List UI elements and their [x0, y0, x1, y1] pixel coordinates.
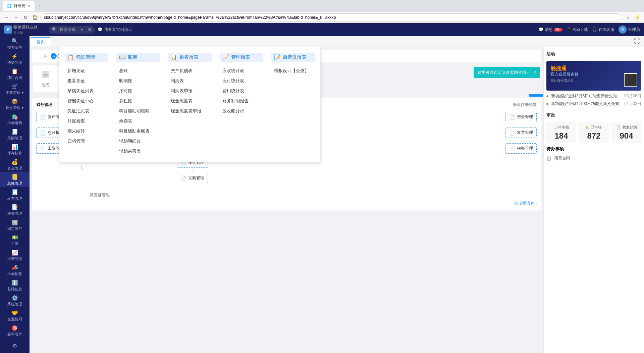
sidebar-item-assets[interactable]: 🏢 固定资产	[0, 217, 30, 233]
invoice-icon: 🧾	[11, 189, 18, 195]
menu-item-receivable-analysis[interactable]: 应收账分析	[220, 106, 263, 116]
menu-item-period-end[interactable]: 期末结转	[65, 126, 108, 136]
flow-box-invoice-mgmt[interactable]: 📄 发票管理	[505, 128, 537, 138]
activity-date-1: 03月06日	[624, 93, 641, 99]
sidebar-item-retail[interactable]: 🛒 零售管理 ▾	[0, 82, 30, 97]
sidebar-item-finance[interactable]: 💰 资金管理	[0, 157, 30, 172]
sidebar-item-salary[interactable]: 💵 工资	[0, 233, 30, 248]
menu-item-new-voucher[interactable]: 新增凭证	[65, 66, 108, 76]
menu-item-income-statement[interactable]: 利润表	[168, 76, 212, 86]
menu-item-receivable-stat[interactable]: 应收统计表	[220, 66, 263, 76]
menu-item-expense-stat[interactable]: 费用统计表	[220, 86, 263, 96]
menu-item-template-design[interactable]: 模板设计【公测】	[271, 66, 315, 76]
menu-item-balance[interactable]: 余额表	[116, 116, 160, 126]
menu-item-time-ledger[interactable]: 序时账	[116, 86, 160, 96]
step-arrow-1: ▶	[44, 54, 47, 58]
sidebar-item-management[interactable]: 📈 经营管理	[0, 248, 30, 263]
activity-dot-2	[546, 103, 548, 105]
todo-item-project[interactable]: 📋 项目合同	[546, 154, 641, 162]
tooltip-close-button[interactable]: ×	[534, 70, 536, 75]
sidebar-item-collab[interactable]: 🤝 企业协同	[0, 308, 30, 323]
flow-box-tax-mgmt[interactable]: 📄 税务管理	[505, 143, 537, 154]
content-area: 首页 ⛶ ... ▶ 6 完善期初 ✓	[30, 36, 644, 353]
bookmark-button[interactable]: ☆	[624, 13, 632, 21]
sidebar-item-wholesale[interactable]: 📦 批发管理 ▾	[0, 97, 30, 112]
approval-card-approved[interactable]: ☑ 已审核 872	[579, 122, 609, 143]
flow-box-purchase[interactable]: 📄 采购管理	[177, 173, 208, 183]
forward-button[interactable]: →	[12, 13, 20, 21]
home-button[interactable]: 🏠	[31, 13, 39, 21]
menu-item-payable-stat[interactable]: 应付统计表	[220, 76, 263, 86]
approval-cards: ☐ 待审核 184 ☑ 已审核 872	[546, 122, 641, 143]
sidebar-item-tax[interactable]: 📑 税务管理	[0, 202, 30, 217]
menu-item-general-ledger[interactable]: 总账	[116, 66, 160, 76]
activity-date-2: 04月03日	[624, 101, 641, 107]
finance-header-icon: 📊	[171, 54, 177, 60]
user-avatar[interactable]: 管 管理员	[619, 26, 640, 34]
extensions-button[interactable]: ⚡	[633, 13, 641, 21]
menu-item-smart-voucher[interactable]: 智能凭证中心	[65, 96, 108, 106]
maximize-button[interactable]: ⛶	[631, 38, 643, 45]
fund-column: 📄 资金管理 📄 发票管理 📄 税务管理	[505, 112, 537, 154]
icon-card-1[interactable]: Icon 暂无	[32, 65, 59, 92]
side-quick-panel[interactable]: 首页设置	[529, 94, 543, 97]
flow-set-link[interactable]: 去设置流程 ›	[514, 201, 537, 206]
menu-item-multi-column[interactable]: 多栏账	[116, 96, 160, 106]
address-bar[interactable]	[40, 13, 621, 21]
sidebar-item-inventory[interactable]: 📊 库存核算	[0, 142, 30, 157]
activity-item-1[interactable]: 新功能|好业财3月6日功能更新抢先知 03月06日	[546, 93, 641, 99]
menu-item-voucher-summary[interactable]: 凭证汇总表	[65, 106, 108, 116]
app-download-button[interactable]: 📱 App下载	[567, 27, 588, 33]
menu-item-detailed-ledger[interactable]: 明细账	[116, 76, 160, 86]
sidebar-item-invoice[interactable]: 🧾 发票管理	[0, 187, 30, 202]
approval-card-pending[interactable]: ☐ 待审核 184	[546, 122, 576, 143]
tab-home[interactable]: 首页	[31, 37, 50, 46]
reload-button[interactable]: ↻	[21, 13, 30, 21]
tab-close-button[interactable]: ✕	[28, 4, 31, 8]
approval-card-initiated[interactable]: 📋 我发起的 904	[611, 122, 641, 143]
menu-item-cashflow[interactable]: 现金流量表	[168, 96, 212, 106]
back-button[interactable]: ←	[3, 13, 11, 21]
browser-tab[interactable]: 🌐 好业财 ✕	[3, 1, 35, 11]
voucher-title: 凭证管理	[76, 54, 95, 60]
sidebar-item-quick-nav[interactable]: ⚡ 快捷导航	[0, 51, 30, 66]
menu-item-draft-voucher[interactable]: 草稿凭证列表	[65, 86, 108, 96]
menu-item-aux-balance[interactable]: 辅助余额表	[116, 146, 160, 156]
flow-box-fund-mgmt[interactable]: 📄 资金管理	[505, 112, 537, 122]
icon-img-1: Icon	[41, 70, 50, 81]
menu-item-income-quarterly[interactable]: 利润表季报	[168, 86, 212, 96]
menu-item-reconcile[interactable]: 对账检查	[65, 116, 108, 126]
new-tab-button[interactable]: +	[36, 2, 44, 10]
menu-item-subject-balance[interactable]: 科目辅助余额表	[116, 126, 160, 136]
menu-item-balance-sheet[interactable]: 资产负债表	[168, 66, 212, 76]
activity-text-1: 新功能|好业财3月6日功能更新抢先知	[551, 93, 617, 99]
menu-item-profit-report[interactable]: 财务利润报告	[220, 96, 263, 106]
step-num-6: 6	[51, 53, 57, 59]
sidebar-item-guide[interactable]: 🎯 新手引导	[0, 323, 30, 338]
online-service-button[interactable]: 🎧 在线客服	[592, 27, 614, 33]
avatar: 管	[619, 26, 627, 34]
activity-text-2: 新功能|好业财4月03日功能更新抢先知	[551, 101, 619, 107]
sidebar-item-sales[interactable]: 📣 小畅销售	[0, 263, 30, 278]
message-button[interactable]: 💬 消息 99+	[538, 27, 562, 33]
sidebar-settings-button[interactable]: ⚙	[0, 338, 30, 353]
sidebar-item-search[interactable]: 🔍 搜索菜单	[0, 36, 30, 51]
sidebar-item-ledger[interactable]: 📒 总账管理	[0, 172, 30, 187]
header-search[interactable]: 🔍 搜索菜单 ▼ ⚙	[49, 26, 95, 34]
demo-link[interactable]: 💬 我要看实例演示	[98, 27, 132, 33]
menu-item-archive[interactable]: 归档管理	[65, 136, 108, 146]
menu-item-subject-detail[interactable]: 科目辅助明细账	[116, 106, 160, 116]
menu-item-aux-detail[interactable]: 辅助明细账	[116, 136, 160, 146]
menu-item-view-voucher[interactable]: 查看凭证	[65, 76, 108, 86]
activity-dot-1	[546, 95, 548, 97]
sidebar-item-ecommerce[interactable]: 🛍️ 小畅电商	[0, 112, 30, 127]
menu-item-cashflow-quarterly[interactable]: 现金流量表季报	[168, 106, 212, 116]
sidebar-item-basic-info[interactable]: ℹ️ 基础信息	[0, 278, 30, 293]
tax-mgmt-label: 税务管理	[517, 146, 533, 151]
step-label: ...	[38, 54, 41, 58]
ecommerce-icon: 🛍️	[11, 113, 18, 120]
sidebar-item-project[interactable]: 📋 项目合同	[0, 66, 30, 82]
sidebar-item-purchase[interactable]: 🧾 采购管理	[0, 127, 30, 142]
sidebar-item-system[interactable]: ⚙️ 系统管理	[0, 293, 30, 308]
activity-item-2[interactable]: 新功能|好业财4月03日功能更新抢先知 04月03日	[546, 101, 641, 107]
